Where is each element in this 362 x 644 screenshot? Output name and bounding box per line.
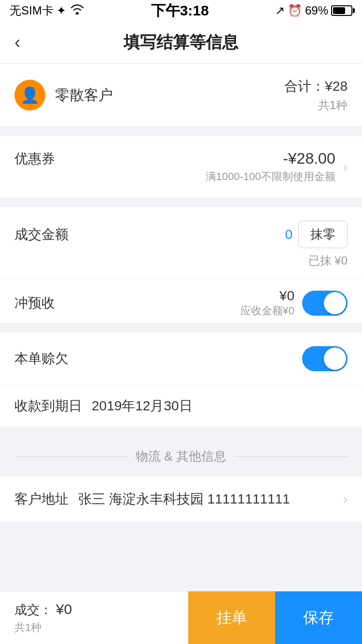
- logistics-header: 物流 & 其他信息: [0, 436, 362, 476]
- address-chevron-icon: ›: [343, 491, 348, 507]
- hold-button-label: 挂单: [216, 607, 247, 629]
- customer-name: 零散客户: [55, 85, 113, 105]
- prereceive-amount-val: ¥0: [240, 288, 294, 304]
- coupon-row[interactable]: 优惠券 -¥28.00 满1000-100不限制使用金额 ›: [0, 136, 362, 197]
- prereceive-toggle[interactable]: [302, 291, 348, 316]
- coupon-label: 优惠券: [14, 150, 55, 168]
- battery-percent: 69%: [305, 4, 328, 17]
- prereceive-right: ¥0 应收金额¥0: [240, 288, 348, 318]
- prereceive-section: 冲预收 ¥0 应收金额¥0: [0, 278, 362, 323]
- bottom-count: 共1种: [14, 620, 174, 635]
- logistics-label: 物流 & 其他信息: [136, 448, 226, 465]
- status-bar-right: ↗ ⏰ 69%: [275, 4, 352, 17]
- bottom-deal-row: 成交： ¥0: [14, 601, 174, 618]
- address-label: 客户地址: [14, 490, 69, 508]
- customer-total: 合计：¥28: [284, 77, 348, 96]
- divider-left: [14, 456, 128, 457]
- divider-right: [234, 456, 348, 457]
- prereceive-label: 冲预收: [14, 294, 55, 312]
- coupon-right: -¥28.00 满1000-100不限制使用金额 ›: [206, 150, 348, 184]
- deal-amount-row: 成交金额 0 抹零: [0, 207, 362, 253]
- debt-section: 本单赊欠 收款到期日 2019年12月30日: [0, 333, 362, 427]
- amount-section: 成交金额 0 抹零 已抹 ¥0 冲预收 ¥0 应收金额¥0: [0, 207, 362, 323]
- bottom-deal-label: 成交：: [14, 602, 52, 617]
- customer-count: 共1种: [284, 98, 348, 113]
- bottom-bar: 成交： ¥0 共1种 挂单 保存: [0, 591, 362, 644]
- toggle-knob: [324, 292, 346, 314]
- coupon-sub: 满1000-100不限制使用金额: [206, 169, 335, 184]
- coupon-section: 优惠券 -¥28.00 满1000-100不限制使用金额 ›: [0, 136, 362, 197]
- status-bar: 无SIM卡 ✦ 下午3:18 ↗ ⏰ 69%: [0, 0, 362, 21]
- save-button[interactable]: 保存: [275, 591, 362, 644]
- sim-status: 无SIM卡 ✦: [10, 3, 66, 18]
- status-bar-time: 下午3:18: [151, 1, 209, 21]
- debt-toggle-knob: [324, 348, 346, 370]
- deal-amount-value: 0: [285, 227, 292, 242]
- customer-info: 👤 零散客户: [14, 80, 113, 111]
- back-button[interactable]: ‹: [14, 32, 20, 53]
- coupon-amount: -¥28.00: [206, 150, 335, 168]
- address-row[interactable]: 客户地址 张三 海淀永丰科技园 11111111111 ›: [0, 476, 362, 522]
- debt-label: 本单赊欠: [14, 350, 69, 368]
- debt-row: 本单赊欠: [0, 333, 362, 385]
- customer-section: 👤 零散客户 合计：¥28 共1种: [0, 64, 362, 126]
- deal-amount-right: 0 抹零: [285, 221, 348, 248]
- alarm-icon: ⏰: [288, 4, 302, 17]
- save-button-label: 保存: [303, 607, 334, 629]
- customer-row: 👤 零散客户 合计：¥28 共1种: [0, 64, 362, 126]
- due-date-label: 收款到期日: [14, 397, 82, 415]
- bottom-info: 成交： ¥0 共1种: [0, 591, 188, 644]
- due-date-row: 收款到期日 2019年12月30日: [0, 385, 362, 427]
- chevron-right-icon: ›: [343, 159, 348, 175]
- battery-icon: [331, 5, 352, 16]
- round-zero-button[interactable]: 抹零: [298, 221, 348, 248]
- bottom-deal-amount: ¥0: [56, 601, 72, 617]
- wifi-icon: [70, 4, 84, 17]
- prereceive-amount: ¥0 应收金额¥0: [240, 288, 294, 318]
- address-value: 张三 海淀永丰科技园 11111111111: [78, 490, 332, 508]
- avatar: 👤: [14, 80, 45, 111]
- page-title: 填写结算等信息: [124, 31, 238, 54]
- prereceive-amount-sub: 应收金额¥0: [240, 304, 294, 318]
- prereceive-row: 冲预收 ¥0 应收金额¥0: [0, 279, 362, 323]
- due-date-value: 2019年12月30日: [92, 397, 193, 415]
- status-bar-left: 无SIM卡 ✦: [10, 3, 84, 18]
- address-section: 客户地址 张三 海淀永丰科技园 11111111111 ›: [0, 476, 362, 522]
- debt-toggle[interactable]: [302, 346, 348, 371]
- customer-total-area: 合计：¥28 共1种: [284, 77, 348, 113]
- hold-button[interactable]: 挂单: [188, 591, 275, 644]
- location-icon: ↗: [275, 4, 285, 17]
- deal-amount-sub: 已抹 ¥0: [0, 253, 362, 278]
- deal-amount-label: 成交金额: [14, 225, 69, 244]
- nav-bar: ‹ 填写结算等信息: [0, 21, 362, 64]
- avatar-icon: 👤: [20, 86, 40, 104]
